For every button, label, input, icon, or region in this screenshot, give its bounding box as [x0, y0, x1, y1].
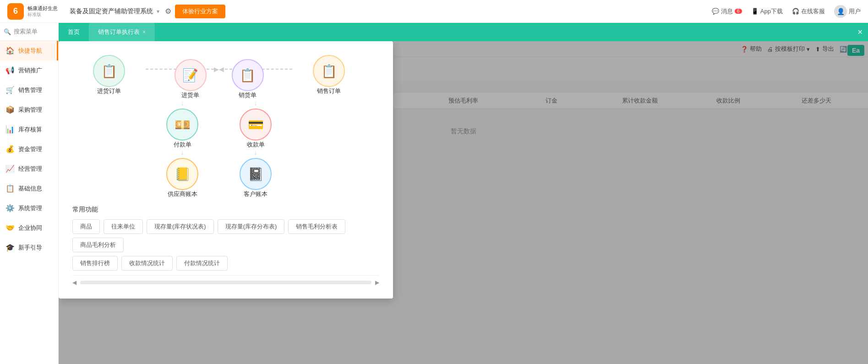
window-close-button[interactable]: ×: [857, 27, 863, 37]
scroll-right-arrow[interactable]: ▶: [375, 279, 379, 286]
guide-icon: 🎓: [5, 243, 15, 252]
flow-node-sale-order[interactable]: 📋 销售订单: [292, 55, 366, 99]
system-icon: ⚙️: [5, 204, 15, 212]
enterprise-icon: 🤝: [5, 223, 15, 232]
func-btn-sale-gross[interactable]: 销售毛利分析表: [288, 219, 345, 234]
app-container: 6 畅康通好生意 标准版 装备及固定资产辅助管理系统 ▾ ⚙ 体验行业方案 💬 …: [0, 0, 868, 364]
sidebar-item-basic[interactable]: 📋 基础信息: [0, 179, 58, 198]
func-btn-receipt-stats[interactable]: 收款情况统计: [121, 256, 173, 271]
func-btn-partners[interactable]: 往来单位: [104, 219, 143, 234]
system-dropdown-arrow[interactable]: ▾: [157, 8, 159, 15]
headset-icon: 🎧: [792, 8, 799, 15]
system-title-area: 装备及固定资产辅助管理系统 ▾ ⚙: [70, 7, 171, 16]
scroll-left-arrow[interactable]: ◀: [72, 279, 76, 286]
sidebar-item-sales[interactable]: 🛒 销售管理: [0, 80, 58, 100]
tab-sale-order[interactable]: 销售订单执行表 ×: [89, 23, 155, 41]
func-btn-product[interactable]: 商品: [72, 219, 100, 234]
sidebar-item-operation[interactable]: 📈 经营管理: [0, 159, 58, 179]
message-icon: 💬: [712, 8, 719, 15]
sidebar-search-area[interactable]: 🔍 搜索菜单: [0, 23, 58, 41]
func-btn-product-gross[interactable]: 商品毛利分析: [72, 238, 124, 252]
tab-close-button[interactable]: ×: [142, 29, 146, 35]
func-buttons-row1: 商品 往来单位 现存量(库存状况表) 现存量(库存分布表) 销售毛利分析表 商品…: [72, 219, 379, 252]
sidebar-item-quick-nav[interactable]: 🏠 快捷导航: [0, 41, 58, 60]
app-download-button[interactable]: 📱 App下载: [751, 7, 783, 16]
logo-area: 6 畅康通好生意 标准版: [7, 3, 66, 20]
flow-node-purchase-bill-col: ▶ 📝 进货单: [146, 55, 219, 99]
basic-icon: 📋: [5, 184, 15, 193]
system-title: 装备及固定资产辅助管理系统: [70, 7, 153, 16]
sidebar-item-marketing[interactable]: 📢 营销推广: [0, 60, 58, 80]
tab-home-label: 首页: [68, 28, 80, 36]
logo-text: 畅康通好生意 标准版: [27, 5, 58, 17]
row1-col0: [72, 99, 146, 149]
func-buttons-row2: 销售排行榜 收款情况统计 付款情况统计: [72, 256, 379, 271]
finance-icon: 💰: [5, 145, 15, 153]
func-btn-stock-status[interactable]: 现存量(库存状况表): [147, 219, 214, 234]
user-avatar: 👤: [834, 5, 847, 18]
row2-col3: [292, 149, 366, 198]
tab-bar: 首页 销售订单执行表 × ×: [59, 23, 868, 41]
main-content: ❓ 帮助 🖨 按模板打印 ▾ ⬆ 导出 🔄 刷新: [59, 41, 868, 364]
sidebar-item-finance[interactable]: 💰 资金管理: [0, 139, 58, 159]
common-functions-section: 常用功能 商品 往来单位 现存量(库存状况表) 现存量(库存分布表) 销售毛利分…: [72, 206, 379, 271]
tab-home[interactable]: 首页: [59, 23, 89, 41]
flow-diagram: 📋 进货订单 ▶ 📝: [72, 55, 379, 198]
system-settings-icon[interactable]: ⚙: [165, 7, 171, 16]
flow-node-customer-account[interactable]: ↓ 📓 客户账本: [219, 149, 292, 198]
message-badge: 6: [735, 9, 742, 14]
sidebar-item-purchase[interactable]: 📦 采购管理: [0, 100, 58, 120]
content-area: 首页 销售订单执行表 × × ❓ 帮助 🖨 按: [59, 23, 868, 364]
flow-node-sale-bill-col: ◀ 📋 销货单: [219, 55, 292, 99]
row2-col0: [72, 149, 146, 198]
scroll-track[interactable]: [80, 281, 371, 284]
flow-node-receipt-bill[interactable]: ↓ 💳 收款单: [219, 99, 292, 149]
online-service-button[interactable]: 🎧 在线客服: [792, 7, 825, 16]
purchase-icon: 📦: [5, 105, 15, 114]
main-layout: 🔍 搜索菜单 🏠 快捷导航 📢 营销推广 🛒 销售管理 📦 采购管理: [0, 23, 868, 364]
flow-node-payment-bill[interactable]: ↓ 💴 付款单: [146, 99, 219, 149]
home-icon: 🏠: [5, 46, 15, 55]
flow-node-purchase-order[interactable]: 📋 进货订单: [72, 55, 146, 99]
phone-icon: 📱: [751, 8, 759, 15]
sales-icon: 🛒: [5, 86, 15, 94]
func-btn-sale-rank[interactable]: 销售排行榜: [72, 256, 118, 271]
func-btn-payment-stats[interactable]: 付款情况统计: [176, 256, 228, 271]
func-btn-stock-dist[interactable]: 现存量(库存分布表): [218, 219, 285, 234]
top-bar: 6 畅康通好生意 标准版 装备及固定资产辅助管理系统 ▾ ⚙ 体验行业方案 💬 …: [0, 0, 868, 23]
app-logo-icon: 6: [7, 3, 24, 20]
top-right-actions: 💬 消息 6 📱 App下载 🎧 在线客服 👤 用户: [712, 5, 861, 18]
flow-node-supplier-account[interactable]: ↓ 📒 供应商账本: [146, 149, 219, 198]
popup-scroll-area: ◀ ▶: [72, 275, 379, 289]
trial-button[interactable]: 体验行业方案: [175, 5, 225, 18]
row1-col3: [292, 99, 366, 149]
sidebar: 🔍 搜索菜单 🏠 快捷导航 📢 营销推广 🛒 销售管理 📦 采购管理: [0, 23, 59, 364]
common-functions-title: 常用功能: [72, 206, 379, 214]
marketing-icon: 📢: [5, 66, 15, 75]
inventory-icon: 📊: [5, 125, 15, 134]
quick-nav-popup: 📋 进货订单 ▶ 📝: [59, 41, 393, 299]
sidebar-item-enterprise[interactable]: 🤝 企业协同: [0, 218, 58, 238]
operation-icon: 📈: [5, 164, 15, 173]
user-menu-button[interactable]: 👤 用户: [834, 5, 861, 18]
sidebar-item-inventory[interactable]: 📊 库存核算: [0, 120, 58, 139]
sidebar-item-system[interactable]: ⚙️ 系统管理: [0, 198, 58, 218]
search-icon: 🔍: [4, 28, 11, 35]
tab-sale-order-label: 销售订单执行表: [98, 28, 140, 36]
sidebar-item-guide[interactable]: 🎓 新手引导: [0, 238, 58, 257]
message-button[interactable]: 💬 消息 6: [712, 7, 742, 16]
